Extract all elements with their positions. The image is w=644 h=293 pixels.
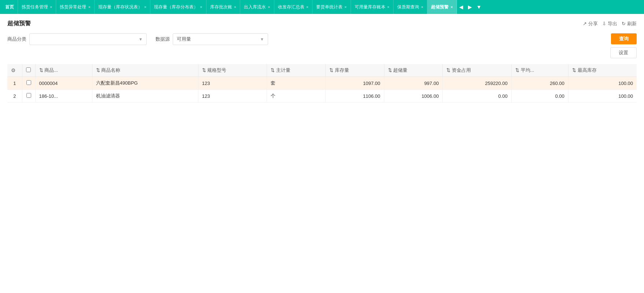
cell-product-name: 六配套新昌490BPG [92,77,198,90]
close-icon[interactable]: × [344,5,347,9]
header-actions: ↗ 分享 ⇩ 导出 ↻ 刷新 [583,21,637,27]
chevron-down-icon: ▼ [260,37,264,41]
col-product-name[interactable]: ⇅ 商品名称 [92,64,198,77]
nav-tab-6[interactable]: 出入库流水 × [240,0,274,14]
checkbox-header[interactable] [22,64,35,77]
cell-max-stock: 100.00 [568,90,637,103]
nav-tab-1[interactable]: 拣货任务管理 × [18,0,56,14]
query-button[interactable]: 查询 [611,33,637,44]
datasource-label: 数据源 [155,36,170,42]
category-label: 商品分类 [7,36,26,42]
nav-tab-11[interactable]: 超储预警 × [427,0,457,14]
row-checkbox-cell[interactable] [22,77,35,90]
export-icon: ⇩ [602,21,606,26]
export-button[interactable]: ⇩ 导出 [602,21,617,27]
cell-max-stock: 100.00 [568,77,637,90]
nav-tab-10[interactable]: 保质期查询 × [394,0,427,14]
cell-product-name: 机油滤清器 [92,90,198,103]
table-row: 2 186-10... 机油滤清器 123 个 1106.00 1006.00 … [7,90,637,103]
cell-product-code: 186-10... [35,90,92,103]
chevron-down-icon: ▼ [139,37,143,41]
nav-tab-7[interactable]: 收发存汇总表 × [274,0,312,14]
table-row: 1 0000004 六配套新昌490BPG 123 套 1097.00 997.… [7,77,637,90]
nav-prev-button[interactable]: ◀ [457,0,466,14]
refresh-button[interactable]: ↻ 刷新 [622,21,637,27]
datasource-filter: 数据源 可用量 ▼ [155,33,268,45]
cell-stock: 1097.00 [326,77,384,90]
datasource-select[interactable]: 可用量 ▼ [173,33,268,45]
nav-tab-2[interactable]: 拣货异常处理 × [56,0,94,14]
category-filter: 商品分类 ▼ [7,33,147,45]
settings-button[interactable]: 设置 [610,47,637,58]
data-table: ⚙ ⇅ 商品... ⇅ 商品名称 ⇅ 规格型号 ⇅ 主计量 ⇅ [7,64,637,103]
gear-icon[interactable]: ⚙ [11,67,16,73]
refresh-icon: ↻ [622,21,626,26]
close-icon[interactable]: × [268,5,270,9]
cell-unit: 个 [267,90,326,103]
nav-tab-9[interactable]: 可用量库存账本 × [351,0,394,14]
select-all-checkbox[interactable] [26,67,31,72]
cell-spec: 123 [198,77,267,90]
close-icon[interactable]: × [421,5,423,9]
top-nav: 首页 拣货任务管理 × 拣货异常处理 × 现存量（库存状况表） × 现存量（库存… [0,0,644,14]
close-icon[interactable]: × [144,5,146,9]
col-capital[interactable]: ⇅ 资金占用 [443,64,512,77]
col-avg[interactable]: ⇅ 平均... [511,64,568,77]
col-product-code[interactable]: ⇅ 商品... [35,64,92,77]
page-header: 超储预警 ↗ 分享 ⇩ 导出 ↻ 刷新 [7,20,637,27]
page-title: 超储预警 [7,20,31,27]
close-icon[interactable]: × [387,5,389,9]
page-content: 超储预警 ↗ 分享 ⇩ 导出 ↻ 刷新 商品分类 ▼ 数据源 [0,14,644,293]
close-icon[interactable]: × [306,5,308,9]
cell-overflow: 1006.00 [384,90,443,103]
close-icon[interactable]: × [88,5,90,9]
nav-tab-5[interactable]: 库存批次账 × [206,0,240,14]
cell-stock: 1106.00 [326,90,384,103]
col-stock[interactable]: ⇅ 库存量 [326,64,384,77]
nav-next-button[interactable]: ▶ [466,0,475,14]
col-spec[interactable]: ⇅ 规格型号 [198,64,267,77]
cell-avg: 260.00 [511,77,568,90]
row-checkbox-cell[interactable] [22,90,35,103]
col-unit[interactable]: ⇅ 主计量 [267,64,326,77]
nav-tab-4[interactable]: 现存量（库存分布表） × [150,0,206,14]
close-icon[interactable]: × [234,5,236,9]
share-button[interactable]: ↗ 分享 [583,21,598,27]
cell-product-code: 0000004 [35,77,92,90]
share-icon: ↗ [583,21,587,26]
cell-unit: 套 [267,77,326,90]
nav-tab-8[interactable]: 要货单统计表 × [312,0,351,14]
nav-more-button[interactable]: ▼ [475,0,483,14]
settings-header[interactable]: ⚙ [7,64,22,77]
col-max-stock[interactable]: ⇅ 最高库存 [568,64,637,77]
category-select[interactable]: ▼ [29,33,147,45]
nav-tab-3[interactable]: 现存量（库存状况表） × [95,0,150,14]
cell-spec: 123 [198,90,267,103]
row-index: 1 [7,77,22,90]
cell-capital: 0.00 [443,90,512,103]
close-icon[interactable]: × [50,5,52,9]
nav-tab-home[interactable]: 首页 [1,0,18,14]
close-icon[interactable]: × [200,5,202,9]
col-overflow[interactable]: ⇅ 超储量 [384,64,443,77]
close-icon[interactable]: × [450,5,453,9]
cell-avg: 0.00 [511,90,568,103]
row-checkbox[interactable] [26,80,31,85]
cell-overflow: 997.00 [384,77,443,90]
cell-capital: 259220.00 [443,77,512,90]
filter-buttons: 查询 设置 [610,33,637,58]
row-index: 2 [7,90,22,103]
row-checkbox[interactable] [26,93,31,98]
table-header-row: ⚙ ⇅ 商品... ⇅ 商品名称 ⇅ 规格型号 ⇅ 主计量 ⇅ [7,64,637,77]
